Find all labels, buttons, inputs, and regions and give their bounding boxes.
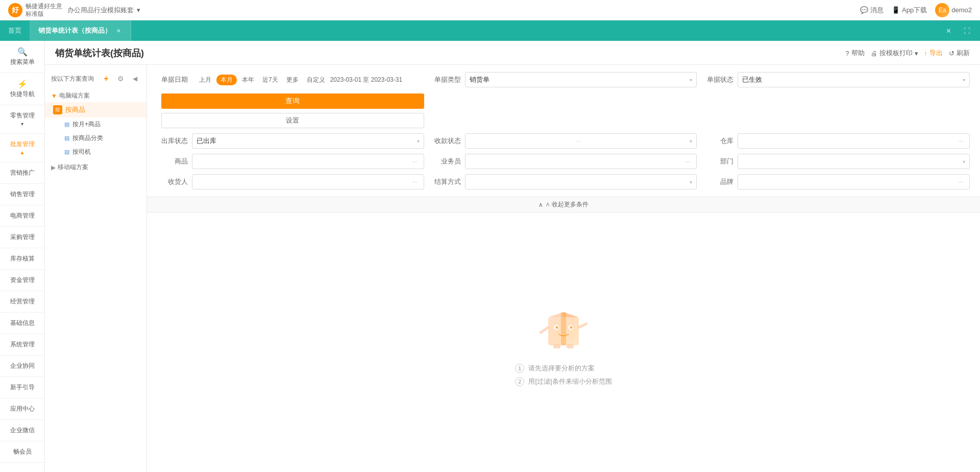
- collect-dropdown-icon: ▾: [690, 138, 692, 144]
- date-tab-custom[interactable]: 自定义: [304, 75, 328, 85]
- left-panel: 按以下方案查询 + ⚙ ◀ ▼ 电脑端方案 按 按商品: [45, 65, 147, 472]
- svg-point-4: [556, 326, 558, 329]
- scheme-category[interactable]: ▤ 按商品分类: [59, 131, 146, 145]
- sidebar-item-operations[interactable]: 经营管理: [0, 291, 44, 313]
- date-tab-more[interactable]: 更多: [283, 75, 302, 85]
- scheme-month-product[interactable]: ▤ 按月+商品: [59, 117, 146, 131]
- sidebar-item-sys-mgr[interactable]: 系统管理: [0, 334, 44, 356]
- sidebar-item-purchase[interactable]: 采购管理: [0, 227, 44, 248]
- doc-status-filter-item: 单据状态 已生效 ▾: [703, 72, 970, 87]
- sidebar-item-app-center[interactable]: 应用中心: [0, 398, 44, 420]
- settlement-dropdown-icon: ▾: [690, 179, 692, 185]
- sidebar-item-basic-info[interactable]: 基础信息: [0, 313, 44, 334]
- settlement-select[interactable]: ▾: [465, 174, 697, 190]
- scheme-by-product[interactable]: 按 按商品: [45, 102, 146, 117]
- brand-dots-icon: ···: [958, 178, 963, 185]
- receiver-dots-icon: ···: [412, 178, 418, 185]
- date-tab-7days[interactable]: 近7天: [259, 75, 281, 85]
- out-status-filter: 出库状态 已出库 ▾: [157, 133, 424, 149]
- dept-select[interactable]: ▾: [738, 154, 970, 169]
- out-status-select[interactable]: 已出库 ▾: [192, 133, 424, 149]
- sidebar-item-inventory[interactable]: 库存核算: [0, 248, 44, 270]
- page-title: 销货单统计表(按商品): [55, 47, 144, 59]
- date-tab-this-year[interactable]: 本年: [239, 75, 257, 85]
- date-tab-this-month[interactable]: 本月: [216, 75, 237, 85]
- sidebar-item-retail[interactable]: 零售管理 ▾: [0, 105, 44, 134]
- edit-scheme-button[interactable]: ⚙: [115, 73, 126, 84]
- maximize-button[interactable]: ⛶: [960, 23, 974, 38]
- warehouse-dots-icon: ···: [958, 137, 963, 145]
- sidebar-item-marketing[interactable]: 营销推广: [0, 162, 44, 184]
- sidebar-item-new-guide[interactable]: 新手引导: [0, 377, 44, 398]
- collapse-filter-button[interactable]: ∧ ∧ 收起更多条件: [147, 197, 980, 213]
- sidebar-item-wholesale[interactable]: 批发管理 ▲: [0, 134, 44, 162]
- brand-input[interactable]: ···: [738, 174, 970, 190]
- step-2-num: 2: [515, 377, 524, 386]
- collect-status-select[interactable]: ··· ▾: [465, 133, 697, 149]
- doc-status-select[interactable]: 已生效 ▾: [738, 72, 970, 87]
- logo-area: 好 畅捷通好生意 标准版: [8, 3, 62, 17]
- sidebar-item-quick-nav[interactable]: ⚡ 快捷导航: [0, 73, 44, 105]
- tab-home[interactable]: 首页: [0, 20, 30, 41]
- refresh-icon: ↺: [949, 50, 954, 57]
- filter-row-4: 收货人 ··· 结算方式 ▾: [157, 174, 970, 190]
- collect-status-filter: 收款状态 ··· ▾: [430, 133, 697, 149]
- svg-rect-8: [553, 344, 560, 348]
- date-tabs: 上月 本月 本年 近7天 更多 自定义: [196, 75, 328, 85]
- date-range-display: 2023-03-01 至 2023-03-31: [330, 76, 402, 84]
- export-icon: ↑: [924, 50, 928, 57]
- help-button[interactable]: ? 帮助: [845, 49, 864, 58]
- message-button[interactable]: 💬 消息: [860, 6, 884, 15]
- brand-filter: 品牌 ···: [703, 174, 970, 190]
- avatar: Ea: [935, 3, 949, 17]
- sidebar-item-search[interactable]: 🔍 搜索菜单: [0, 41, 44, 73]
- collapse-panel-button[interactable]: ◀: [129, 73, 140, 84]
- content-body: 按以下方案查询 + ⚙ ◀ ▼ 电脑端方案 按 按商品: [45, 65, 980, 472]
- doc-type-dropdown-icon: ▾: [690, 77, 692, 83]
- sidebar-item-member[interactable]: 畅会员: [0, 441, 44, 463]
- close-window-button[interactable]: ✕: [941, 23, 955, 38]
- main-layout: 🔍 搜索菜单 ⚡ 快捷导航 零售管理 ▾ 批发管理 ▲ 营销推广 销售管理 电商…: [0, 41, 980, 472]
- sidebar-item-sales-mgr[interactable]: 销售管理: [0, 184, 44, 205]
- receiver-filter: 收货人 ···: [157, 174, 424, 190]
- query-button[interactable]: 查询: [161, 93, 424, 109]
- filter-row-1: 单据日期 上月 本月 本年 近7天 更多 自定义 20: [157, 72, 970, 128]
- settlement-filter: 结算方式 ▾: [430, 174, 697, 190]
- date-filter-item: 单据日期 上月 本月 本年 近7天 更多 自定义 20: [157, 75, 424, 85]
- scheme-sub-items: ▤ 按月+商品 ▤ 按商品分类 ▤ 按司机: [45, 117, 146, 159]
- doc-status-dropdown-icon: ▾: [963, 77, 965, 83]
- out-status-dropdown-icon: ▾: [417, 138, 420, 144]
- sidebar-item-corp-wechat[interactable]: 企业微信: [0, 420, 44, 441]
- desktop-section: ▼ 电脑端方案: [45, 87, 146, 102]
- sidebar-item-ecommerce[interactable]: 电商管理: [0, 205, 44, 227]
- empty-state: 1 请先选择要分析的方案 2 用[过滤]条件来缩小分析范围: [147, 213, 980, 472]
- product-dots-icon: ···: [412, 158, 418, 165]
- user-menu[interactable]: Ea demo2: [935, 3, 972, 17]
- warehouse-input[interactable]: ···: [738, 133, 970, 149]
- sidebar-item-corp-coop[interactable]: 企业协同: [0, 356, 44, 377]
- refresh-button[interactable]: ↺ 刷新: [949, 49, 970, 58]
- add-scheme-button[interactable]: +: [101, 73, 112, 84]
- tab-sales-stat[interactable]: 销货单统计表（按商品） ✕: [30, 20, 131, 41]
- tab-actions: ✕ ⛶: [941, 23, 980, 38]
- doc-type-select[interactable]: 销货单 ▾: [465, 72, 697, 87]
- settings-button[interactable]: 设置: [161, 113, 424, 128]
- print-dropdown-icon: ▾: [915, 50, 918, 57]
- dept-filter: 部门 ▾: [703, 154, 970, 169]
- app-download-button[interactable]: 📱 App下载: [892, 6, 927, 15]
- doc-type-filter-item: 单据类型 销货单 ▾: [430, 72, 697, 87]
- product-input[interactable]: ···: [192, 154, 424, 169]
- close-tab-icon[interactable]: ✕: [114, 27, 122, 35]
- scheme-month-icon: ▤: [64, 121, 69, 128]
- topbar-left: 好 畅捷通好生意 标准版 办公用品行业模拟账套 ▾: [8, 3, 140, 17]
- print-button[interactable]: 🖨 按模板打印 ▾: [871, 49, 918, 58]
- product-filter: 商品 ···: [157, 154, 424, 169]
- export-button[interactable]: ↑ 导出: [924, 49, 943, 58]
- scheme-dept[interactable]: ▤ 按司机: [59, 145, 146, 159]
- staff-input[interactable]: ···: [465, 154, 697, 169]
- receiver-input[interactable]: ···: [192, 174, 424, 190]
- sidebar-item-finance[interactable]: 资金管理: [0, 270, 44, 291]
- filter-section: 单据日期 上月 本月 本年 近7天 更多 自定义 20: [147, 65, 980, 197]
- chevron-down-icon: ▾: [21, 121, 23, 127]
- date-tab-last-month[interactable]: 上月: [196, 75, 214, 85]
